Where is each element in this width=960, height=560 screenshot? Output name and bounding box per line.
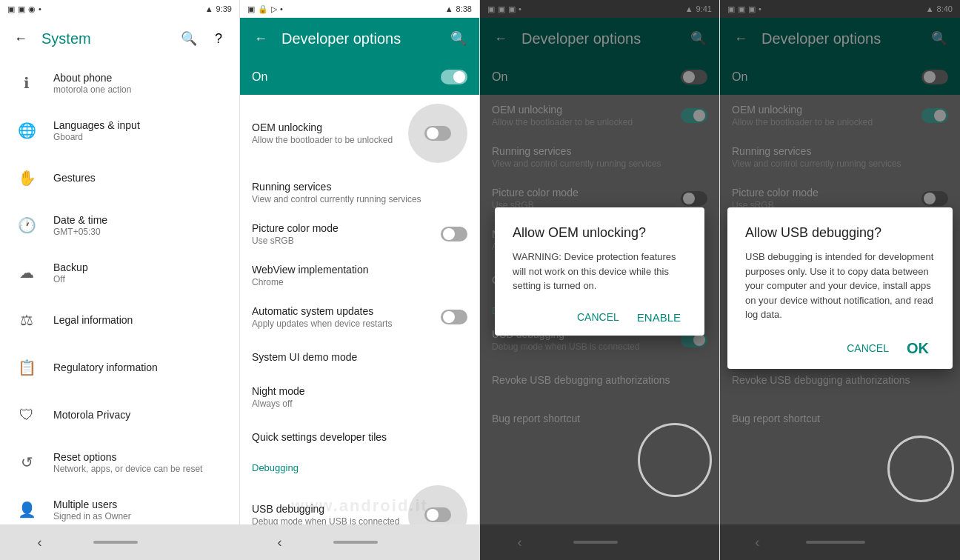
- back-button-left[interactable]: ←: [12, 30, 30, 47]
- oem-toggle[interactable]: [424, 126, 451, 141]
- help-button-left[interactable]: ?: [210, 30, 227, 47]
- status-icons-middle: ▣ 🔒 ▷ •: [247, 4, 283, 14]
- panel-left: ▣ ▣ ◉ • ▲ 9:39 ← System 🔍 ? ℹ About phon…: [0, 0, 240, 560]
- reset-title: Reset options: [53, 451, 227, 463]
- lock-icon-m: 🔒: [258, 4, 268, 14]
- left-item-privacy[interactable]: 🛡 Motorola Privacy: [0, 391, 239, 439]
- bottom-nav-middle: ‹: [240, 524, 479, 560]
- toggle-thumb-usb: [427, 509, 439, 521]
- about-subtitle: motorola one action: [53, 84, 227, 95]
- languages-icon: 🌐: [12, 116, 41, 145]
- picture-color-item[interactable]: Picture color mode Use sRGB: [240, 213, 479, 255]
- legal-icon: ⚖: [12, 305, 41, 335]
- time-left: 9:39: [216, 4, 232, 13]
- usb-dialog-body: USB debugging is intended for developmen…: [745, 250, 935, 322]
- users-subtitle: Signed in as Owner: [53, 511, 227, 521]
- running-services-item[interactable]: Running services View and control curren…: [240, 172, 479, 213]
- usb-dialog-actions: Cancel OK: [745, 334, 935, 363]
- auto-update-toggle[interactable]: [441, 310, 467, 324]
- privacy-icon: 🛡: [12, 400, 41, 430]
- oem-cancel-button[interactable]: Cancel: [571, 305, 625, 330]
- extra-icon: ◉: [28, 4, 36, 14]
- left-item-reset[interactable]: ↺ Reset options Network, apps, or device…: [0, 439, 239, 486]
- toolbar-left: ← System 🔍 ?: [0, 18, 239, 59]
- left-item-legal[interactable]: ⚖ Legal information: [0, 296, 239, 344]
- left-item-backup[interactable]: ☁ Backup Off: [0, 249, 239, 296]
- back-button-middle[interactable]: ←: [252, 30, 270, 47]
- sim2-icon: ▣: [18, 4, 25, 14]
- auto-update-title: Automatic system updates: [252, 305, 441, 317]
- status-bar-left: ▣ ▣ ◉ • ▲ 9:39: [0, 0, 239, 18]
- signal-icon-m: ▣: [247, 4, 255, 14]
- about-title: About phone: [53, 72, 227, 84]
- nav-indicator-left: [93, 541, 138, 544]
- back-nav-left[interactable]: ‹: [38, 535, 42, 550]
- panel-right2: ▣ ▣ ▣ • ▲ 8:40 ← Developer options 🔍 On …: [720, 0, 960, 560]
- demo-mode-item[interactable]: System UI demo mode: [240, 338, 479, 376]
- toolbar-middle: ← Developer options 🔍: [240, 18, 479, 59]
- on-row-middle[interactable]: On: [240, 59, 479, 95]
- usb-dialog-title: Allow USB debugging?: [745, 225, 935, 241]
- usb-toggle[interactable]: [424, 507, 451, 522]
- usb-toggle-circle[interactable]: [408, 485, 467, 524]
- users-title: Multiple users: [53, 499, 227, 510]
- on-label-middle: On: [252, 70, 267, 84]
- reset-subtitle: Network, apps, or device can be reset: [53, 464, 227, 474]
- night-mode-item[interactable]: Night mode Always off: [240, 376, 479, 418]
- gestures-icon: ✋: [12, 163, 41, 193]
- search-button-left[interactable]: 🔍: [180, 30, 198, 47]
- users-icon: 👤: [12, 495, 41, 524]
- picture-toggle[interactable]: [441, 227, 467, 241]
- status-icons-left: ▣ ▣ ◉ •: [7, 4, 41, 14]
- usb-confirm-button[interactable]: OK: [901, 334, 935, 363]
- quick-settings-title: Quick settings developer tiles: [252, 431, 467, 443]
- privacy-title: Motorola Privacy: [53, 409, 227, 421]
- picture-subtitle: Use sRGB: [252, 236, 441, 246]
- left-item-datetime[interactable]: 🕐 Date & time GMT+05:30: [0, 201, 239, 249]
- backup-title: Backup: [53, 261, 227, 273]
- wifi-icon: ▲: [205, 4, 213, 13]
- oem-dialog-actions: Cancel Enable: [513, 305, 687, 330]
- cast-icon-m: ▷: [271, 4, 277, 14]
- dot-icon: •: [39, 4, 41, 13]
- left-item-languages[interactable]: 🌐 Languages & input Gboard: [0, 107, 239, 154]
- oem-title: OEM unlocking: [252, 121, 408, 133]
- regulatory-icon: 📋: [12, 353, 41, 382]
- backup-subtitle: Off: [53, 274, 227, 284]
- panel-middle: ▣ 🔒 ▷ • ▲ 8:38 ← Developer options 🔍 On …: [240, 0, 480, 560]
- auto-update-subtitle: Apply updates when device restarts: [252, 319, 441, 329]
- oem-toggle-circle[interactable]: [408, 104, 467, 163]
- back-nav-middle[interactable]: ‹: [278, 535, 282, 550]
- webview-subtitle: Chrome: [252, 277, 467, 287]
- auto-update-item[interactable]: Automatic system updates Apply updates w…: [240, 296, 479, 338]
- usb-cancel-button[interactable]: Cancel: [841, 334, 895, 363]
- search-button-middle[interactable]: 🔍: [450, 30, 467, 47]
- left-item-users[interactable]: 👤 Multiple users Signed in as Owner: [0, 486, 239, 524]
- toggle-thumb-update: [443, 311, 455, 323]
- left-nav-list: ℹ About phone motorola one action 🌐 Lang…: [0, 59, 239, 524]
- toggle-thumb-oem: [427, 127, 439, 139]
- oem-subtitle: Allow the bootloader to be unlocked: [252, 135, 408, 145]
- usb-debug-item[interactable]: USB debugging Debug mode when USB is con…: [240, 476, 479, 524]
- toolbar-title-middle: Developer options: [281, 30, 438, 47]
- regulatory-title: Regulatory information: [53, 361, 227, 373]
- on-toggle-middle[interactable]: [441, 70, 467, 84]
- about-icon: ℹ: [12, 68, 41, 98]
- quick-settings-item[interactable]: Quick settings developer tiles: [240, 418, 479, 456]
- bottom-nav-left: ‹: [0, 524, 239, 560]
- webview-item[interactable]: WebView implementation Chrome: [240, 255, 479, 296]
- night-subtitle: Always off: [252, 399, 467, 409]
- left-item-regulatory[interactable]: 📋 Regulatory information: [0, 344, 239, 391]
- usb-debug-title: USB debugging: [252, 503, 408, 515]
- left-item-about[interactable]: ℹ About phone motorola one action: [0, 59, 239, 107]
- status-right-left: ▲ 9:39: [205, 4, 232, 13]
- middle-settings-list: OEM unlocking Allow the bootloader to be…: [240, 95, 479, 524]
- oem-unlock-item[interactable]: OEM unlocking Allow the bootloader to be…: [240, 95, 479, 172]
- legal-title: Legal information: [53, 314, 227, 326]
- left-item-gestures[interactable]: ✋ Gestures: [0, 154, 239, 201]
- demo-title: System UI demo mode: [252, 351, 467, 363]
- oem-dialog-title: Allow OEM unlocking?: [513, 225, 687, 241]
- oem-confirm-button[interactable]: Enable: [631, 305, 687, 330]
- nav-indicator-middle: [333, 541, 378, 544]
- usb-debug-subtitle: Debug mode when USB is connected: [252, 516, 408, 524]
